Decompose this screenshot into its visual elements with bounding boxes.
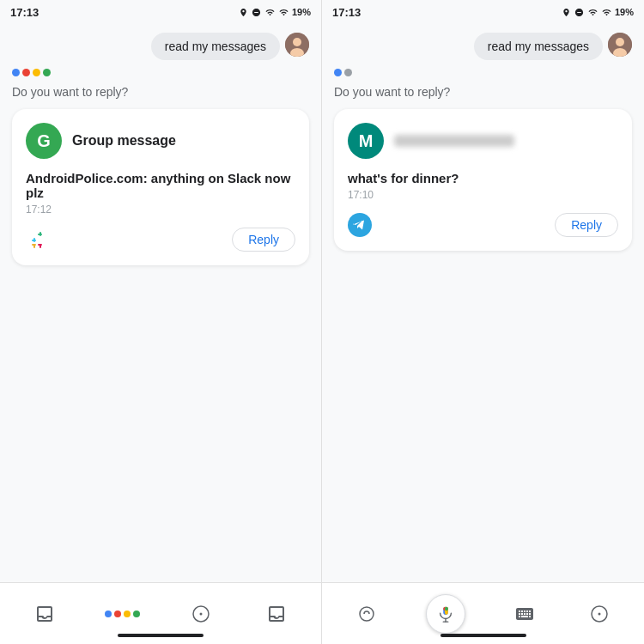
sender-name-left: Group message bbox=[72, 133, 176, 149]
user-message-left: read my messages bbox=[151, 33, 280, 60]
reply-button-left[interactable]: Reply bbox=[232, 228, 295, 252]
panel-right: 17:13 19% read my messages bbox=[322, 0, 644, 644]
compass-icon-right[interactable] bbox=[584, 598, 615, 629]
user-bubble-row-left: read my messages bbox=[12, 33, 309, 60]
svg-rect-11 bbox=[33, 244, 35, 248]
sender-icon-right: M bbox=[348, 123, 384, 159]
chat-area-left: read my messages Do you want to reply? bbox=[0, 24, 321, 582]
dot-yellow-left bbox=[33, 69, 40, 76]
svg-rect-22 bbox=[445, 606, 448, 611]
dot-red-left bbox=[22, 69, 30, 76]
message-body-left: AndroidPolice.com: anything on Slack now… bbox=[26, 171, 295, 200]
keyboard-icon-right[interactable] bbox=[509, 598, 540, 629]
home-bar-right bbox=[440, 634, 526, 637]
lens-svg bbox=[356, 604, 377, 624]
svg-rect-3 bbox=[26, 228, 50, 252]
avatar-svg-right bbox=[608, 33, 632, 57]
inbox-icon-left[interactable] bbox=[29, 598, 60, 629]
google-dots-bottom-left[interactable] bbox=[105, 611, 140, 617]
user-avatar-right bbox=[608, 33, 632, 57]
status-icons-right: 19% bbox=[562, 7, 634, 17]
user-bubble-row-right: read my messages bbox=[334, 33, 632, 60]
location-icon bbox=[239, 8, 248, 17]
avatar-svg-left bbox=[285, 33, 309, 57]
battery-left: 19% bbox=[292, 7, 311, 17]
sender-name-right bbox=[394, 135, 514, 147]
assistant-reply-right: Do you want to reply? bbox=[334, 85, 632, 99]
status-icons-left: 19% bbox=[239, 7, 311, 17]
slack-icon bbox=[26, 228, 50, 252]
svg-point-15 bbox=[616, 38, 624, 46]
message-card-right: M what's for dinner? 17:10 Reply bbox=[334, 109, 632, 251]
wifi-icon bbox=[264, 8, 276, 17]
mic-button-right[interactable] bbox=[426, 594, 465, 634]
assistant-row-left bbox=[12, 67, 309, 78]
panel-left: 17:13 19% read my messages bbox=[0, 0, 322, 644]
compass-svg-right bbox=[589, 604, 610, 624]
svg-point-1 bbox=[293, 38, 301, 46]
message-body-right: what's for dinner? bbox=[348, 171, 618, 185]
mic-svg bbox=[436, 605, 455, 623]
user-message-right: read my messages bbox=[474, 33, 603, 60]
svg-point-18 bbox=[360, 607, 374, 621]
google-dots-right bbox=[334, 69, 352, 76]
chat-area-right: read my messages Do you want to reply? M bbox=[322, 24, 644, 582]
lens-icon-right[interactable] bbox=[351, 598, 382, 629]
svg-rect-7 bbox=[39, 232, 41, 236]
message-card-left: G Group message AndroidPolice.com: anyth… bbox=[12, 109, 309, 265]
reply-button-right[interactable]: Reply bbox=[555, 213, 618, 237]
telegram-icon bbox=[348, 213, 372, 237]
time-left: 17:13 bbox=[10, 6, 39, 19]
dot-green-left bbox=[43, 69, 51, 76]
card-header-left: G Group message bbox=[26, 123, 295, 159]
svg-point-13 bbox=[199, 612, 202, 615]
assistant-row-right bbox=[334, 67, 632, 78]
signal-icon-right bbox=[602, 8, 611, 17]
dnd-icon bbox=[252, 8, 261, 17]
wifi-icon-right bbox=[587, 8, 598, 17]
assistant-reply-left: Do you want to reply? bbox=[12, 85, 309, 99]
user-avatar-left bbox=[285, 33, 309, 57]
google-dots-left bbox=[12, 69, 51, 76]
card-footer-left: Reply bbox=[26, 228, 295, 252]
card-footer-right: Reply bbox=[348, 213, 618, 237]
message-time-left: 17:12 bbox=[26, 204, 295, 216]
svg-rect-5 bbox=[33, 238, 35, 242]
battery-right: 19% bbox=[615, 7, 634, 17]
time-right: 17:13 bbox=[332, 6, 361, 19]
signal-icon bbox=[279, 8, 289, 17]
inbox-icon2-left[interactable] bbox=[261, 598, 292, 629]
dnd-icon-right bbox=[574, 8, 584, 17]
dot-blue-left bbox=[12, 69, 20, 76]
card-header-right: M bbox=[348, 123, 618, 159]
status-bar-right: 17:13 19% bbox=[322, 0, 644, 24]
compass-icon-left[interactable] bbox=[185, 598, 216, 629]
message-time-right: 17:10 bbox=[348, 189, 618, 201]
home-bar-left bbox=[118, 634, 204, 637]
status-bar-left: 17:13 19% bbox=[0, 0, 321, 24]
sender-icon-left: G bbox=[26, 123, 62, 159]
keyboard-svg bbox=[514, 604, 535, 624]
svg-point-26 bbox=[598, 612, 601, 615]
location-icon-right bbox=[562, 8, 571, 17]
svg-rect-9 bbox=[39, 244, 41, 248]
